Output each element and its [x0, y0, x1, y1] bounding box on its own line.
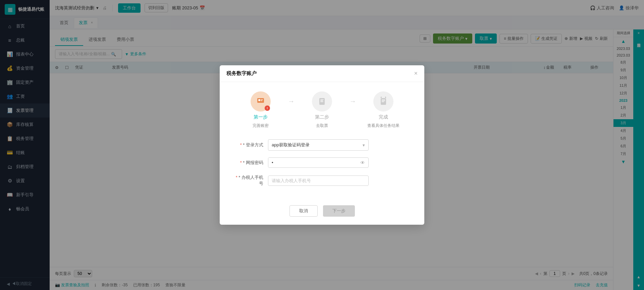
password-input[interactable] — [268, 158, 357, 167]
step-3-icon — [377, 95, 389, 108]
dialog-header: 税务数字账户 × — [220, 65, 424, 82]
svg-rect-1 — [257, 98, 264, 103]
step-arrow-2: → — [350, 91, 356, 105]
login-method-row: * 登录方式 app获取验证码登录 ▾ — [233, 139, 411, 151]
step-1-desc: 完善账密 — [253, 123, 269, 129]
tax-digital-account-dialog: 税务数字账户 × — [220, 65, 424, 225]
password-row: * 网报密码 👁 — [233, 157, 411, 168]
step-1: ! 第一步 完善账密 — [233, 91, 288, 129]
step-1-label: 第一步 — [254, 114, 268, 120]
svg-rect-7 — [320, 99, 324, 100]
step-3-circle — [373, 91, 393, 112]
step-2-circle — [312, 91, 332, 112]
phone-label: * 办税人手机号 — [233, 174, 263, 187]
login-method-label: * 登录方式 — [233, 142, 263, 148]
password-field-wrapper: 👁 — [268, 157, 369, 168]
phone-row: * 办税人手机号 — [233, 174, 411, 187]
step-2-desc: 去取票 — [316, 123, 328, 129]
phone-input[interactable] — [268, 175, 369, 186]
svg-rect-4 — [261, 100, 262, 101]
step-arrow-1: → — [288, 91, 294, 105]
svg-rect-8 — [320, 100, 323, 101]
dialog-title: 税务数字账户 — [226, 70, 257, 77]
dialog-actions: 取消 下一步 — [220, 200, 424, 225]
svg-rect-3 — [261, 99, 263, 100]
password-label: * 网报密码 — [233, 160, 263, 166]
dialog-overlay: 税务数字账户 × — [0, 0, 644, 290]
step-2: 第二步 去取票 — [294, 91, 349, 129]
cancel-button[interactable]: 取消 — [289, 205, 318, 217]
password-toggle-icon[interactable]: 👁 — [357, 160, 368, 165]
login-method-value: app获取验证码登录 — [272, 142, 310, 148]
login-method-select[interactable]: app获取验证码登录 ▾ — [268, 139, 369, 151]
step-3-desc: 查看具体任务结果 — [367, 123, 399, 129]
dialog-body: ! 第一步 完善账密 → — [220, 82, 424, 200]
step-3: 完成 查看具体任务结果 — [356, 91, 411, 129]
next-button[interactable]: 下一步 — [323, 205, 355, 217]
step-1-badge: ! — [265, 105, 270, 111]
step-2-icon — [316, 95, 328, 108]
svg-rect-11 — [381, 98, 386, 105]
step-2-label: 第二步 — [315, 114, 329, 120]
dialog-close-button[interactable]: × — [414, 70, 418, 77]
login-method-arrow: ▾ — [363, 143, 365, 148]
dialog-form: * 登录方式 app获取验证码登录 ▾ * 网报密码 👁 * — [233, 139, 411, 187]
steps: ! 第一步 完善账密 → — [233, 91, 411, 129]
step-3-label: 完成 — [379, 114, 388, 120]
step-1-circle: ! — [251, 91, 271, 112]
svg-rect-9 — [320, 101, 323, 102]
svg-point-2 — [258, 99, 260, 101]
